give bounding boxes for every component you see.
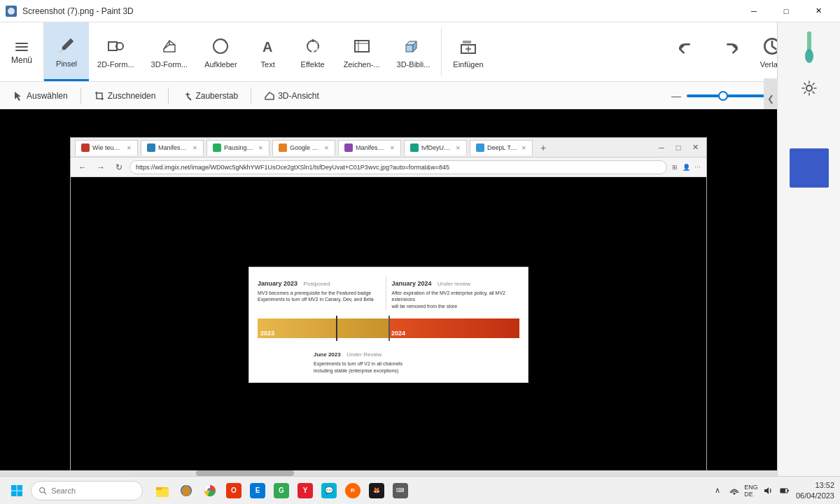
taskbar-app-7[interactable]: Y [294, 479, 316, 502]
taskbar-app-11[interactable]: ⌨ [389, 479, 412, 502]
brush-preview [795, 28, 823, 70]
tl-left-title-text: January 2023 [258, 280, 298, 287]
toolbar-separator-1 [80, 88, 81, 104]
browser-tab-6[interactable]: tvfDeyUvat+C01P3wvc... ✕ [404, 140, 467, 155]
taskbar-app-6[interactable]: G [270, 479, 293, 502]
browser-close[interactable]: ✕ [688, 141, 702, 155]
tool-aufkleber[interactable]: Aufkleber [196, 22, 245, 81]
svg-line-22 [188, 97, 191, 100]
browser-menu[interactable]: ⋯ [692, 162, 702, 172]
zoom-minus-button[interactable]: — [671, 90, 681, 102]
browser-refresh[interactable]: ↻ [111, 160, 127, 175]
browser-back[interactable]: ← [75, 160, 90, 175]
maximize-button[interactable]: □ [770, 0, 802, 22]
svg-rect-28 [18, 491, 23, 496]
browser-tab-7[interactable]: DeepL Translate: The w... ✕ [470, 140, 533, 155]
tool-zeichen[interactable]: Zeichen-... [335, 22, 388, 81]
canvas-scrollbar-thumb[interactable] [196, 470, 294, 476]
tool-aufkleber-label: Aufkleber [204, 60, 237, 69]
tool-3d-form[interactable]: 3D-Form... [143, 22, 197, 81]
start-button[interactable] [6, 479, 28, 502]
firefox-icon [178, 483, 194, 498]
browser-tab-4[interactable]: Google delays the death... ✕ [272, 140, 335, 155]
browser-window-controls: ─ □ ✕ [654, 141, 702, 155]
close-button[interactable]: ✕ [802, 0, 834, 22]
chrome-icon [202, 483, 218, 498]
app11-icon: ⌨ [393, 483, 408, 498]
svg-rect-1 [15, 43, 28, 44]
tool-2d-form[interactable]: 2D-Form... [89, 22, 143, 81]
browser-tab-2[interactable]: Manifest V3: Google vers... ✕ [141, 140, 204, 155]
3d-view-button[interactable]: 3D-Ansicht [257, 88, 326, 104]
magic-wand-button[interactable]: Zauberstab [174, 88, 245, 104]
new-tab-button[interactable]: + [536, 140, 551, 155]
crop-button[interactable]: Zuschneiden [87, 88, 163, 104]
taskbar-app-3[interactable] [199, 479, 221, 502]
svg-rect-17 [463, 41, 471, 43]
taskbar-app-10[interactable]: 🦊 [365, 479, 388, 502]
file-explorer-icon [155, 483, 170, 498]
crop-label: Zuschneiden [108, 91, 156, 101]
browser-minimize[interactable]: ─ [654, 141, 668, 155]
taskbar-app-8[interactable]: 💬 [318, 479, 340, 502]
search-input[interactable] [51, 486, 135, 495]
taskbar-firefox[interactable] [175, 479, 197, 502]
browser-profile[interactable]: 👤 [681, 162, 691, 172]
tab-close-3[interactable]: ✕ [258, 145, 263, 151]
magic-wand-icon [181, 90, 192, 102]
browser-tab-3[interactable]: Pausing Manifest V3... ✕ [206, 140, 270, 155]
tab-close-4[interactable]: ✕ [324, 145, 329, 151]
browser-tab-1[interactable]: Wie teuer war Habecks He... ✕ [75, 140, 138, 155]
settings-button[interactable] [797, 76, 822, 101]
bar-2023-label: 2023 [260, 330, 274, 337]
tool-2d-form-label: 2D-Form... [97, 60, 134, 69]
undo-button[interactable] [668, 35, 707, 69]
tab-close-2[interactable]: ✕ [192, 145, 197, 151]
browser-tab-5[interactable]: Manifest v3 Chrome... ✕ [338, 140, 401, 155]
tray-network[interactable] [727, 484, 741, 498]
window-controls: ─ □ ✕ [738, 0, 834, 22]
taskbar-search[interactable] [31, 481, 143, 500]
tab-close-5[interactable]: ✕ [390, 145, 395, 151]
taskbar: O E G Y 💬 R [0, 476, 840, 504]
color-swatch[interactable] [790, 148, 829, 188]
svg-point-24 [805, 49, 813, 63]
canvas-scrollbar[interactable] [0, 470, 777, 476]
svg-text:A: A [262, 39, 272, 55]
svg-rect-16 [406, 45, 413, 52]
tab-close-1[interactable]: ✕ [127, 145, 132, 151]
minimize-button[interactable]: ─ [738, 0, 770, 22]
tool-effekte[interactable]: Effekte [290, 22, 335, 81]
taskbar-app-9[interactable]: R [342, 479, 364, 502]
tab-close-6[interactable]: ✕ [456, 145, 461, 151]
tray-volume[interactable] [761, 484, 775, 498]
taskbar-clock[interactable]: 13:52 06/04/2023 [796, 480, 834, 500]
tool-einfuegen[interactable]: Einfügen [444, 22, 491, 81]
redo-button[interactable] [710, 35, 749, 69]
browser-maximize[interactable]: □ [671, 141, 685, 155]
tray-battery[interactable] [778, 484, 792, 498]
tool-zeichen-label: Zeichen-... [344, 60, 380, 69]
tool-pinsel[interactable]: Pinsel [44, 22, 89, 81]
taskbar-file-explorer[interactable] [151, 479, 174, 502]
url-bar[interactable]: https://wd.imgix.net/image/WD0wc5gNkhYWF… [130, 160, 667, 174]
taskbar-right: ∧ ENGDE [710, 480, 834, 500]
tab-close-7[interactable]: ✕ [522, 145, 526, 151]
tray-lang[interactable]: ENGDE [744, 484, 758, 498]
tl-left-text2: Experiments to turn off MV2 in Canary, D… [258, 296, 386, 303]
tool-effekte-label: Effekte [301, 60, 325, 69]
menu-icon [13, 38, 30, 55]
svg-point-0 [8, 8, 15, 15]
taskbar-app-5[interactable]: E [246, 479, 269, 502]
tray-arrow[interactable]: ∧ [710, 484, 724, 498]
svg-point-29 [40, 487, 45, 492]
browser-extensions[interactable]: ⊞ [670, 162, 680, 172]
taskbar-app-4[interactable]: O [223, 479, 245, 502]
toolbar-separator-3 [251, 88, 251, 104]
select-button[interactable]: Auswählen [6, 88, 75, 104]
menu-button[interactable]: Menü [0, 22, 44, 81]
tool-3d-bibli[interactable]: 3D-Bibli... [388, 22, 439, 81]
tool-text[interactable]: A Text [246, 22, 290, 81]
browser-forward[interactable]: → [93, 160, 108, 175]
zoom-slider[interactable] [687, 94, 771, 97]
